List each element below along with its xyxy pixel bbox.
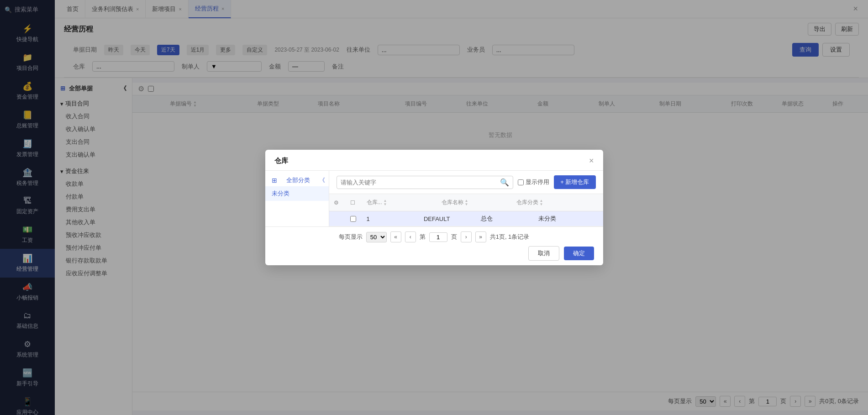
modal-table: ⚙ ☐ 仓库... ▲▼ 仓库名称 ▲▼ 仓库分类 ▲▼	[329, 194, 603, 226]
modal-row-check[interactable]	[346, 213, 362, 225]
modal-search-icon: 🔍	[500, 178, 509, 187]
modal-th-gear: ⚙	[329, 198, 346, 208]
modal-close-icon[interactable]: ×	[589, 156, 594, 166]
modal-overlay: 仓库 × ⊞ 全部分类 《 未分类	[0, 0, 868, 415]
all-categories-icon: ⊞	[272, 177, 277, 184]
cancel-button[interactable]: 取消	[528, 246, 559, 261]
modal-row-name: 总仓	[476, 211, 533, 226]
modal-pagination: 每页显示 50 « ‹ 第 页 › » 共1页, 1条记录	[274, 231, 594, 242]
modal-sidebar: ⊞ 全部分类 《 未分类	[265, 171, 329, 226]
modal-row-gear	[329, 215, 346, 222]
modal-th-name: 仓库名称 ▲▼	[437, 197, 512, 208]
show-disabled-checkbox[interactable]	[518, 179, 524, 185]
confirm-button[interactable]: 确定	[564, 247, 594, 260]
modal-th-code: 仓库... ▲▼	[362, 197, 437, 208]
modal-per-page-select[interactable]: 50	[366, 232, 387, 242]
modal-footer: 每页显示 50 « ‹ 第 页 › » 共1页, 1条记录 取消 确定	[265, 226, 603, 265]
modal-content: 🔍 显示停用 + 新增仓库 ⚙ ☐ 仓库... ▲▼	[329, 171, 603, 226]
modal-page-next[interactable]: ›	[461, 231, 472, 242]
modal-per-page-label: 每页显示	[339, 233, 363, 241]
modal-th-cat: 仓库分类 ▲▼	[512, 197, 603, 208]
modal-th-check: ☐	[346, 198, 362, 208]
modal-row-index: 1	[362, 212, 419, 226]
modal-page-input[interactable]	[429, 232, 447, 242]
modal-page-last[interactable]: »	[475, 231, 486, 242]
all-categories-label: 全部分类	[286, 176, 310, 184]
modal-actions: 取消 确定	[274, 246, 594, 261]
modal-header: 仓库 ×	[265, 150, 603, 171]
modal-total-label: 共1页, 1条记录	[490, 233, 530, 241]
modal-page-label: 页	[451, 233, 457, 241]
modal-sidebar-header[interactable]: ⊞ 全部分类 《	[265, 174, 329, 186]
modal-table-header: ⚙ ☐ 仓库... ▲▼ 仓库名称 ▲▼ 仓库分类 ▲▼	[329, 194, 603, 211]
modal-sidebar-uncategorized[interactable]: 未分类	[265, 186, 329, 201]
modal-row-code: DEFAULT	[419, 212, 476, 226]
modal-body: ⊞ 全部分类 《 未分类 🔍 显示停用	[265, 171, 603, 226]
modal-page-prev[interactable]: ‹	[405, 231, 416, 242]
modal-table-row[interactable]: 1 DEFAULT 总仓 未分类	[329, 211, 603, 226]
modal-toolbar: 🔍 显示停用 + 新增仓库	[329, 171, 603, 194]
add-warehouse-button[interactable]: + 新增仓库	[554, 175, 595, 189]
modal-sidebar-collapse[interactable]: 《	[319, 176, 325, 184]
modal-page-first[interactable]: «	[390, 231, 401, 242]
modal-row-category: 未分类	[534, 211, 603, 226]
modal-sidebar-uncategorized-label: 未分类	[272, 189, 289, 198]
modal-page-word: 第	[420, 233, 426, 241]
modal-row-checkbox[interactable]	[350, 216, 356, 222]
modal-title: 仓库	[274, 157, 288, 165]
modal-warehouse: 仓库 × ⊞ 全部分类 《 未分类	[265, 150, 603, 265]
modal-search-input[interactable]	[341, 179, 498, 186]
show-disabled-label[interactable]: 显示停用	[518, 178, 549, 186]
modal-search[interactable]: 🔍	[337, 176, 514, 189]
